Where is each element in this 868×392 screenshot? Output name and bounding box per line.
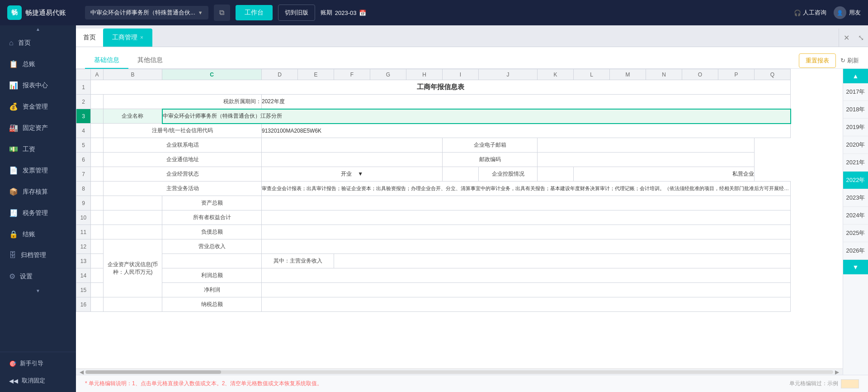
cell-5-k[interactable] [538,138,755,153]
horizontal-scrollbar[interactable]: ◀ ▶ [76,368,843,375]
year-scroll-down-button[interactable]: ▼ [843,260,868,274]
year-item-2023[interactable]: 2023年 [843,189,868,207]
sidebar-item-salary[interactable]: 💵 工资 [0,139,76,160]
cell-16-a[interactable] [91,297,104,312]
scroll-left-icon[interactable]: ◀ [78,369,85,375]
year-item-2025[interactable]: 2025年 [843,225,868,242]
cell-2-b: 税款所属期间： [104,95,262,109]
cell-3-c[interactable]: 中审众环会计师事务所（特殊普通合伙）江苏分所 [162,109,791,124]
window-expand-button[interactable]: ⤡ [854,30,868,45]
year-item-2022[interactable]: 2022年 [843,172,868,189]
salary-icon: 💵 [9,145,18,153]
sidebar-item-archive[interactable]: 🗄 归档管理 [0,245,76,266]
cell-16-d[interactable] [262,297,791,312]
sidebar-item-guide[interactable]: 🎯 新手引导 [9,357,67,370]
cell-6-a[interactable] [91,153,104,167]
cell-11-a[interactable] [91,225,104,239]
cell-5-a[interactable] [91,138,104,153]
cell-8-a[interactable] [91,182,104,196]
col-header-c[interactable]: C [162,69,262,80]
sidebar-item-invoice[interactable]: 📄 发票管理 [0,160,76,181]
year-item-2017[interactable]: 2017年 [843,83,868,101]
tab-other-info[interactable]: 其他信息 [128,53,172,69]
cell-6-k[interactable] [538,153,755,167]
cell-13-f[interactable] [334,254,791,268]
table-row: 16 纳税总额 [76,297,827,312]
sidebar-item-ledger-label: 总账 [23,60,35,68]
scroll-right-icon[interactable]: ▶ [833,369,841,375]
sidebar-item-report-label: 报表中心 [23,81,48,90]
cell-7-l[interactable]: 私营企业 [574,167,755,182]
cell-15-a[interactable] [91,283,104,297]
tab-close-icon[interactable]: × [140,34,143,41]
sidebar-item-finance[interactable]: 💰 资金管理 [0,96,76,117]
tab-home-label: 首页 [83,33,96,42]
year-item-2018[interactable]: 2018年 [843,101,868,119]
cell-7-k[interactable] [538,167,574,182]
window-close-button[interactable]: ✕ [839,30,854,45]
cell-15-d[interactable] [262,283,791,297]
sidebar-item-ledger[interactable]: 📋 总账 [0,53,76,75]
scroll-thumb[interactable] [85,370,221,374]
spreadsheet-main[interactable]: A B C D E F G H I J [76,69,843,368]
year-item-2026[interactable]: 2026年 [843,242,868,260]
cell-2-c[interactable]: 2022年度 [262,95,791,109]
cell-9-a[interactable] [91,196,104,210]
sidebar-item-home[interactable]: ⌂ 首页 [0,33,76,53]
cell-10-a[interactable] [91,210,104,225]
service-button[interactable]: 🎧 人工咨询 [794,9,826,17]
guide-icon: 🎯 [9,360,16,367]
col-header-m: M [610,69,646,80]
cell-4-c[interactable]: 91320100MA208E5W6K [262,124,791,138]
cell-13-a[interactable] [91,254,104,268]
cell-11-b [104,225,162,239]
cell-11-d[interactable] [262,225,791,239]
year-scroll-up-button[interactable]: ▲ [843,69,868,83]
scroll-track[interactable] [85,370,833,374]
sidebar-item-settings[interactable]: ⚙ 设置 [0,266,76,287]
table-row: 2 税款所属期间： 2022年度 [76,95,827,109]
sidebar-scroll-down-icon[interactable]: ▼ [36,288,40,293]
sidebar-item-tax[interactable]: 🧾 税务管理 [0,202,76,224]
topbar: 畅 畅捷通易代账 中审众环会计师事务所（特殊普通合伙... ▼ ⧉ 工作台 切到… [0,0,868,25]
cell-12-d[interactable] [262,239,791,254]
cell-7-a[interactable] [91,167,104,182]
sidebar-scroll-up-icon[interactable]: ▲ [36,27,40,32]
sidebar-item-unpin[interactable]: ◀◀ 取消固定 [9,374,67,387]
sidebar-item-report[interactable]: 📊 报表中心 [0,75,76,96]
cell-14-d[interactable] [262,268,791,283]
copy-button[interactable]: ⧉ [214,5,230,21]
cell-14-a[interactable] [91,268,104,283]
old-version-button[interactable]: 切到旧版 [278,5,315,21]
col-header-h: H [406,69,443,80]
year-item-2020[interactable]: 2020年 [843,136,868,154]
calendar-icon[interactable]: 📅 [359,10,366,16]
year-item-2024[interactable]: 2024年 [843,207,868,225]
sidebar-item-inventory[interactable]: 📦 库存核算 [0,181,76,202]
cell-5-c[interactable] [262,138,443,153]
col-header-b: B [104,69,162,80]
year-item-2019[interactable]: 2019年 [843,119,868,136]
cell-2-a[interactable] [91,95,104,109]
cell-7-c[interactable]: 开业 ▼ [262,167,443,182]
year-item-2021[interactable]: 2021年 [843,154,868,172]
refresh-button[interactable]: ↻ 刷新 [840,57,859,65]
cell-9-d[interactable] [262,196,791,210]
cell-3-a[interactable] [91,109,104,124]
cell-12-a[interactable] [91,239,104,254]
sidebar-item-close[interactable]: 🔒 结账 [0,224,76,245]
workbench-button[interactable]: 工作台 [236,5,273,20]
company-selector[interactable]: 中审众环会计师事务所（特殊普通合伙... ▼ [85,6,208,19]
reset-report-button[interactable]: 重置报表 [799,53,836,68]
tab-basic-info[interactable]: 基础信息 [85,53,128,69]
cell-4-a[interactable] [91,124,104,138]
tab-gongshang[interactable]: 工商管理 × [103,29,152,47]
cell-6-c[interactable] [262,153,443,167]
spreadsheet-container: A B C D E F G H I J [76,69,868,375]
user-area[interactable]: 👤 用友 [834,6,861,19]
tab-home[interactable]: 首页 [76,29,103,47]
sidebar-item-assets[interactable]: 🏭 固定资产 [0,117,76,139]
cell-1-title[interactable]: 工商年报信息表 [91,80,791,95]
cell-10-d[interactable] [262,210,791,225]
cell-8-c[interactable]: 审查企业会计报表；出具审计报告；验证企业资本；出具验资报告；办理企业合开、分立、… [262,182,791,196]
